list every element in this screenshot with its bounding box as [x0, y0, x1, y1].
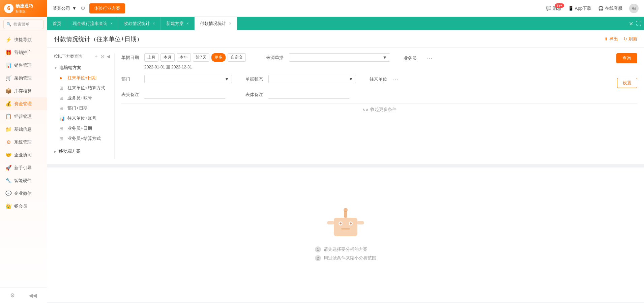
tab-receipt-stats-close[interactable]: ×: [153, 21, 155, 26]
scheme-item-unit-date[interactable]: ● 往来单位+日期: [54, 73, 110, 83]
sidebar-item-wechat[interactable]: 💬 企业微信: [0, 187, 47, 200]
page-title: 付款情况统计（往来单位+日期）: [54, 35, 143, 43]
inventory-icon: 📦: [5, 88, 11, 94]
page-actions: ⬆ 导出 ↻ 刷新: [604, 36, 637, 42]
empty-tip-1: 1 请先选择要分析的方案: [315, 246, 376, 252]
date-this-month[interactable]: 本月: [160, 53, 175, 62]
sidebar-item-finance[interactable]: 💰 资金管理: [0, 97, 47, 110]
sidebar-item-guide[interactable]: 🚀 新手引导: [0, 161, 47, 174]
date-last-month[interactable]: 上月: [144, 53, 158, 62]
header-right: 💬 消息 99+ 📱 App下载 🎧 在线客服 Rit: [546, 4, 639, 13]
collapse-sidebar-icon[interactable]: ◀◀: [29, 292, 37, 299]
collapse-scheme-icon[interactable]: ◀: [107, 54, 110, 59]
tab-home[interactable]: 首页: [47, 17, 67, 30]
date-this-year[interactable]: 本年: [177, 53, 191, 62]
tab-new-scheme-close[interactable]: ×: [186, 21, 189, 26]
scheme-item-unit-settle[interactable]: ⊞ 往来单位+结算方式: [54, 83, 110, 93]
close-all-tabs-icon[interactable]: ✕: [629, 21, 633, 27]
trial-button[interactable]: 体验行业方案: [89, 3, 125, 13]
settings-bottom-icon[interactable]: ⚙: [10, 292, 15, 299]
sidebar-item-system[interactable]: ⚙ 系统管理: [0, 136, 47, 149]
operation-icon: 📋: [5, 114, 11, 120]
staff-settle-icon: ⊞: [59, 136, 65, 141]
sidebar-item-quick-nav[interactable]: ⚡ 快捷导航: [0, 33, 47, 46]
sidebar-item-hardware[interactable]: 🔧 智能硬件: [0, 174, 47, 187]
tab-bank-flow[interactable]: 现金银行流水查询 ×: [67, 17, 118, 30]
sidebar-item-basic-info[interactable]: 📁 基础信息: [0, 123, 47, 136]
body-note-label: 表体备注: [245, 92, 266, 98]
sidebar-item-label: 企业微信: [14, 190, 32, 196]
header-note-input[interactable]: [144, 91, 225, 99]
refresh-button[interactable]: ↻ 刷新: [623, 36, 637, 42]
date-more-btn[interactable]: 更多: [211, 53, 226, 62]
staff-account-icon: ⊞: [59, 95, 65, 101]
mobile-scheme-section-title[interactable]: ▶ 移动端方案: [54, 146, 110, 156]
tab-bank-flow-close[interactable]: ×: [110, 21, 113, 26]
settings-scheme-icon[interactable]: ⊙: [100, 54, 105, 59]
sales-icon: 📊: [5, 62, 11, 68]
sidebar-item-label: 智能硬件: [14, 178, 32, 184]
search-menu-label: 搜索菜单: [13, 22, 30, 27]
source-doc-select[interactable]: ▼: [289, 53, 390, 62]
staff-date-icon: ⊞: [59, 126, 65, 131]
counterpart-more-btn[interactable]: ···: [392, 76, 399, 82]
message-icon: 💬: [546, 6, 551, 11]
app-download-action[interactable]: 📱 App下载: [568, 5, 591, 11]
scheme-item-staff-account[interactable]: ⊞ 业务员+账号: [54, 93, 110, 103]
logo-sub: 标准版: [16, 9, 33, 14]
refresh-label: 刷新: [628, 36, 637, 42]
export-button[interactable]: ⬆ 导出: [604, 36, 618, 42]
tab-bar: 首页 现金银行流水查询 × 收款情况统计 × 新建方案 × 付款情况统计 × ✕…: [47, 17, 644, 30]
guide-icon: 🚀: [5, 165, 11, 171]
message-badge: 99+: [555, 3, 564, 8]
scheme-item-label: 往来单位+日期: [67, 75, 96, 81]
header-note-label: 表头备注: [121, 92, 142, 98]
user-avatar[interactable]: Rit: [629, 4, 639, 13]
scheme-item-unit-account[interactable]: 📊 往来单位+账号: [54, 113, 110, 123]
sidebar-search[interactable]: 🔍 搜索菜单: [0, 17, 47, 32]
message-action[interactable]: 💬 消息 99+: [546, 5, 561, 11]
hardware-icon: 🔧: [5, 178, 11, 184]
tab-new-scheme[interactable]: 新建方案 ×: [161, 17, 195, 30]
main-content: 某某公司 ▼ ⚙ 体验行业方案 💬 消息 99+ 📱 App下载 🎧 在线客服 …: [47, 0, 644, 303]
doc-status-select[interactable]: ▼: [268, 75, 356, 83]
pc-section-label: 电脑端方案: [59, 65, 81, 71]
query-button[interactable]: 查询: [616, 53, 637, 63]
company-selector[interactable]: 某某公司 ▼: [53, 5, 77, 11]
scheme-item-staff-date[interactable]: ⊞ 业务员+日期: [54, 123, 110, 133]
scheme-item-staff-settle[interactable]: ⊞ 业务员+结算方式: [54, 133, 110, 144]
dept-select[interactable]: ▼: [144, 75, 232, 83]
sidebar-item-inventory[interactable]: 📦 库存核算: [0, 85, 47, 97]
pc-scheme-section-title[interactable]: ▼ 电脑端方案: [54, 63, 110, 73]
scheme-item-label: 业务员+账号: [67, 95, 92, 101]
sidebar-item-marketing[interactable]: 🎁 营销推广: [0, 46, 47, 59]
unit-account-icon: 📊: [59, 116, 65, 121]
online-service-action[interactable]: 🎧 在线客服: [598, 5, 622, 11]
search-menu-btn[interactable]: 🔍 搜索菜单: [3, 20, 43, 29]
header-gear-icon[interactable]: ⚙: [81, 5, 85, 11]
tab-payment-stats[interactable]: 付款情况统计 ×: [195, 17, 237, 30]
setting-button[interactable]: 设置: [617, 78, 637, 88]
tab-payment-stats-close[interactable]: ×: [229, 21, 231, 26]
tab-receipt-stats[interactable]: 收款情况统计 ×: [118, 17, 161, 30]
sidebar-item-vip[interactable]: 👑 畅会员: [0, 200, 47, 213]
sidebar-item-purchase[interactable]: 🛒 采购管理: [0, 72, 47, 85]
salesman-more-btn[interactable]: ···: [427, 55, 433, 61]
date-custom[interactable]: 自定义: [228, 53, 246, 62]
date-last-7-days[interactable]: 近7天: [193, 53, 209, 62]
logo-name: 畅捷通巧: [16, 3, 33, 9]
expand-tabs-icon[interactable]: ⛶: [636, 21, 641, 27]
sidebar-item-operation[interactable]: 📋 经营管理: [0, 110, 47, 123]
body-note-input[interactable]: [268, 91, 349, 99]
source-doc-arrow: ▼: [383, 55, 387, 60]
scheme-item-dept-date[interactable]: ⊞ 部门+日期: [54, 103, 110, 113]
collapse-bar[interactable]: ∧∧ 收起更多条件: [121, 103, 637, 115]
export-icon: ⬆: [604, 36, 608, 41]
sidebar-item-sales[interactable]: 📊 销售管理: [0, 59, 47, 72]
sidebar-item-enterprise[interactable]: 🤝 企业协同: [0, 149, 47, 161]
add-scheme-icon[interactable]: ＋: [94, 53, 98, 59]
finance-icon: 💰: [5, 101, 11, 107]
purchase-icon: 🛒: [5, 75, 11, 81]
sidebar-item-label: 基础信息: [14, 126, 32, 132]
doc-status-label: 单据状态: [245, 76, 266, 82]
